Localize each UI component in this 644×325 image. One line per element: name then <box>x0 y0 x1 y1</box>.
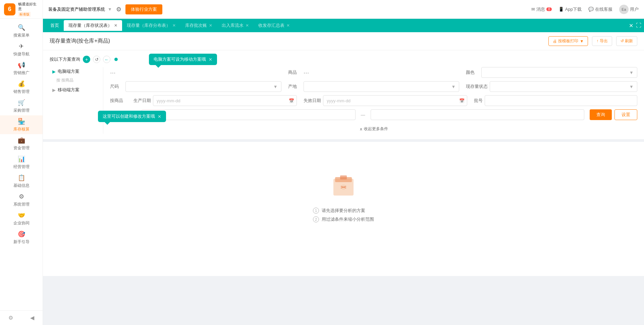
system-dropdown-icon: ▼ <box>108 7 112 12</box>
tab-end-actions: ✕ ⛶ <box>629 22 641 29</box>
page-header: 现存量查询(按仓库+商品) 🖨 按模板打印 ▼ ↑ 导出 ↺ 刷新 <box>43 32 644 50</box>
tab-close-collection-summary[interactable]: ✕ <box>286 23 290 28</box>
topbar-settings-icon[interactable]: ⚙ <box>116 6 121 13</box>
create-tooltip: 这里可以创建和修改方案哦 ✕ <box>98 111 166 122</box>
batch-input[interactable] <box>485 95 637 106</box>
reset-btn[interactable]: 设置 <box>614 109 637 120</box>
filter-label-batch: 批号 <box>474 98 483 104</box>
footer-settings-btn[interactable]: ⚙ <box>8 315 13 321</box>
stock-status-select-arrow: ▼ <box>629 84 634 89</box>
filter-dots-product[interactable]: ··· <box>304 69 460 76</box>
filter-field-color: 颜色 ▼ <box>466 67 637 78</box>
filter-select-size[interactable]: ▼ <box>125 81 281 92</box>
filter-field-exp-date: 失效日期 📅 <box>304 95 467 106</box>
filter-select-stock-status[interactable]: ▼ <box>490 81 637 92</box>
sidebar-item-enterprise[interactable]: 🤝 企业协同 <box>0 209 43 228</box>
tip-text-1: 请先选择要分析的方案 <box>322 208 365 214</box>
filter-refresh-btn[interactable]: ↺ <box>93 56 100 63</box>
filter-label-color: 颜色 <box>466 69 479 75</box>
filter-field-prod-date: 生产日期 📅 <box>133 95 297 106</box>
sidebar-item-purchase[interactable]: 🛒 采购管理 <box>0 97 43 115</box>
scheme-item-mobile[interactable]: ▶ 移动端方案 <box>50 86 99 94</box>
exp-date-icon[interactable]: 📅 <box>459 98 465 103</box>
filter-select-origin[interactable]: ▼ <box>304 81 460 92</box>
create-tooltip-close[interactable]: ✕ <box>158 114 161 119</box>
sidebar-item-marketing[interactable]: 📢 营销推广 <box>0 59 43 78</box>
tab-close-all-btn[interactable]: ✕ <box>629 22 633 29</box>
support-icon: 💬 <box>588 7 594 12</box>
stock-max-input[interactable] <box>371 109 585 120</box>
tab-inventory-status[interactable]: 现存量（库存状况表） ✕ <box>64 20 122 31</box>
tip-text-2: 用过滤条件来缩小分析范围 <box>322 216 374 222</box>
filter-label-stock-status: 现存量状态 <box>466 84 488 90</box>
exp-date-input[interactable] <box>323 95 467 106</box>
tab-close-in-out-flow[interactable]: ✕ <box>246 23 249 28</box>
message-btn[interactable]: ✉ 消息 8 <box>531 6 552 12</box>
user-menu[interactable]: Ea 用户 <box>619 5 639 14</box>
filter-action-btns: 查询 设置 <box>590 109 637 120</box>
sidebar-item-search[interactable]: 🔍 搜索菜单 <box>0 21 43 40</box>
filter-field-product: 商品 ··· <box>288 67 460 78</box>
sidebar-item-quick[interactable]: ✈ 快捷导航 <box>0 40 43 59</box>
scheme-tooltip-close[interactable]: ✕ <box>209 57 212 62</box>
collapse-icon: ∧ <box>360 127 363 131</box>
size-select-arrow: ▼ <box>273 84 278 89</box>
scheme-tooltip: 电脑方案可设为移动方案哦 ✕ <box>149 54 217 65</box>
logo-text: 畅通道好生意 标准版 <box>18 2 39 17</box>
print-icon: 🖨 <box>553 39 557 44</box>
sidebar-item-base[interactable]: 📋 基础信息 <box>0 172 43 191</box>
sidebar-item-operations[interactable]: 📊 经营管理 <box>0 153 43 172</box>
prod-date-input[interactable] <box>153 95 297 106</box>
app-download-btn[interactable]: 📱 App下载 <box>558 6 582 12</box>
tab-fullscreen-btn[interactable]: ⛶ <box>636 22 641 29</box>
tab-batch-ledger[interactable]: 库存批次账 ✕ <box>180 20 217 31</box>
base-icon: 📋 <box>18 174 25 181</box>
prod-date-icon[interactable]: 📅 <box>289 98 294 103</box>
tab-close-batch-ledger[interactable]: ✕ <box>209 23 212 28</box>
empty-state: 1 请先选择要分析的方案 2 用过滤条件来缩小分析范围 <box>43 142 644 249</box>
search-btn[interactable]: 查询 <box>590 109 612 120</box>
tab-close-inventory-dist[interactable]: ✕ <box>172 23 176 28</box>
filter-dots-warehouse[interactable]: ··· <box>110 69 116 76</box>
exp-date-wrap: 📅 <box>323 95 467 106</box>
origin-select-arrow: ▼ <box>451 84 455 89</box>
tab-collection-summary[interactable]: 收发存汇总表 ✕ <box>254 20 294 31</box>
filter-add-btn[interactable]: + <box>83 56 90 63</box>
sidebar-item-guide[interactable]: 🎯 新手引导 <box>0 228 43 247</box>
filter-select-color[interactable]: ▼ <box>481 67 637 78</box>
tab-in-out-flow[interactable]: 出入库流水 ✕ <box>217 20 254 31</box>
purchase-icon: 🛒 <box>18 99 25 106</box>
tab-inventory-dist[interactable]: 现存量（库存分布表） ✕ <box>122 20 180 31</box>
refresh-btn[interactable]: ↺ 刷新 <box>616 36 637 46</box>
operations-icon: 📊 <box>18 155 25 163</box>
system-select[interactable]: 装备及固定资产辅助管理系统 ▼ <box>48 6 112 12</box>
sales-icon: 💰 <box>18 80 25 88</box>
collapse-btn[interactable]: ∧ 收起更多条件 <box>110 124 637 134</box>
print-btn[interactable]: 🖨 按模板打印 ▼ <box>548 36 588 46</box>
stock-range-separator: — <box>361 112 365 117</box>
sidebar-item-sales[interactable]: 💰 销售管理 <box>0 78 43 97</box>
sidebar-item-inventory[interactable]: 🏪 库存核算 <box>0 115 43 134</box>
empty-tip-1: 1 请先选择要分析的方案 <box>313 208 374 214</box>
stock-min-input[interactable] <box>142 109 356 120</box>
dot-indicator <box>114 58 118 61</box>
tab-home[interactable]: 首页 <box>46 20 64 31</box>
topbar-left: 装备及固定资产辅助管理系统 ▼ ⚙ 体验行业方案 <box>48 4 162 14</box>
filter-arrow-btn[interactable]: ← <box>103 56 110 63</box>
industry-btn[interactable]: 体验行业方案 <box>125 4 162 14</box>
finance-icon: 💼 <box>18 137 25 144</box>
sidebar-item-finance[interactable]: 💼 资金管理 <box>0 134 43 153</box>
online-support-btn[interactable]: 💬 在线客服 <box>588 6 612 12</box>
footer-collapse-btn[interactable]: ◀ <box>30 315 34 321</box>
filter-field-batch: 批号 <box>474 95 637 106</box>
sidebar-item-system[interactable]: ⚙ 系统管理 <box>0 191 43 209</box>
scheme-item-pc[interactable]: ▶ 电脑端方案 <box>50 67 99 76</box>
mobile-icon: 📱 <box>558 7 564 12</box>
quick-icon: ✈ <box>19 43 24 50</box>
marketing-icon: 📢 <box>18 61 25 69</box>
scheme-sub-warehouse[interactable]: 按 按商品 <box>56 76 99 84</box>
filter-label-product: 商品 <box>288 69 302 75</box>
export-btn[interactable]: ↑ 导出 <box>592 36 612 46</box>
tab-close-inventory-status[interactable]: ✕ <box>114 23 117 28</box>
empty-tips: 1 请先选择要分析的方案 2 用过滤条件来缩小分析范围 <box>313 208 374 222</box>
